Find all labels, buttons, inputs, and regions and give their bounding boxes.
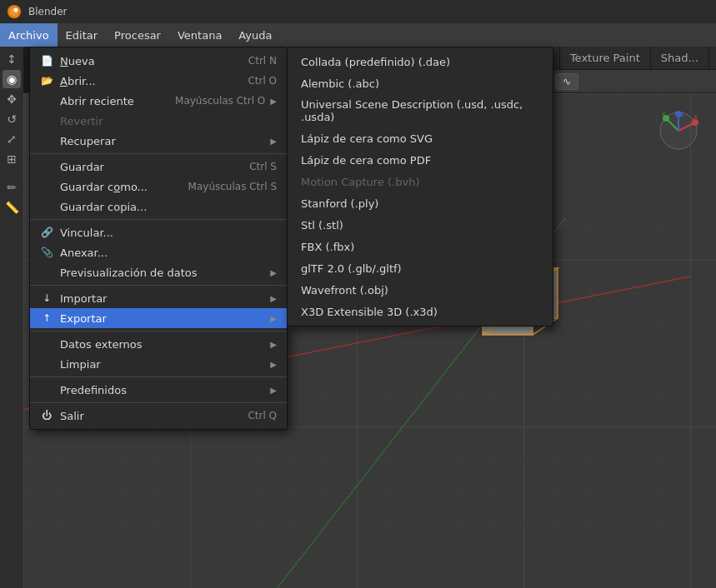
menu-item-editar[interactable]: Editar (58, 23, 107, 47)
menu-predefinidos[interactable]: Predefinidos ▶ (30, 380, 287, 400)
svg-text:X: X (693, 114, 698, 121)
vincular-icon: 🔗 (40, 227, 53, 238)
menu-divider (281, 23, 716, 47)
sidebar-icon-scale[interactable]: ⤢ (3, 130, 21, 148)
arrow-icon: ▶ (270, 340, 277, 349)
arrow-icon: ▶ (270, 294, 277, 303)
arrow-icon: ▶ (270, 314, 277, 323)
left-sidebar: ↕ ◉ ✥ ↺ ⤢ ⊞ ✏ 📏 (0, 47, 23, 588)
arrow-icon: ▶ (270, 360, 277, 369)
export-pdf[interactable]: Lápiz de cera como PDF (288, 149, 553, 171)
salir-icon: ⏻ (40, 410, 53, 421)
menu-exportar[interactable]: ↑ Exportar ▶ (30, 308, 287, 328)
export-svg[interactable]: Lápiz de cera como SVG (288, 127, 553, 149)
archivo-dropdown-menu: 📄 Nueva Ctrl N 📂 Abrir... Ctrl O Abrir r… (29, 47, 288, 430)
tab-texture-paint[interactable]: Texture Paint (560, 47, 651, 69)
menu-guardar-como[interactable]: Guardar como... Mayúsculas Ctrl S (30, 177, 287, 197)
menu-item-archivo[interactable]: Archivo (0, 23, 58, 47)
axis-gizmo[interactable]: X Y Z (658, 110, 699, 152)
menu-nueva[interactable]: 📄 Nueva Ctrl N (30, 51, 287, 71)
separator-2 (30, 219, 287, 220)
arrow-icon: ▶ (270, 268, 277, 277)
export-alembic[interactable]: Alembic (.abc) (288, 72, 553, 94)
menu-item-ayuda[interactable]: Ayuda (230, 23, 280, 47)
svg-text:Y: Y (661, 112, 666, 118)
sidebar-icon-select[interactable]: ↕ (3, 50, 21, 68)
blender-logo-icon (7, 4, 22, 19)
titlebar: Blender (0, 0, 716, 23)
export-stl[interactable]: Stl (.stl) (288, 214, 553, 236)
sidebar-icon-move[interactable]: ✥ (3, 90, 21, 108)
separator-5 (30, 376, 287, 377)
menu-guardar[interactable]: Guardar Ctrl S (30, 157, 287, 177)
importar-icon: ↓ (40, 292, 53, 304)
nueva-icon: 📄 (40, 55, 53, 67)
menu-revertir[interactable]: Revertir (30, 111, 287, 131)
app-title: Blender (28, 6, 68, 17)
export-fbx[interactable]: FBX (.fbx) (288, 236, 553, 257)
overlay-button[interactable]: ∿ (555, 73, 578, 90)
arrow-icon: ▶ (270, 386, 277, 395)
svg-point-2 (14, 8, 18, 12)
export-ply[interactable]: Stanford (.ply) (288, 192, 553, 214)
export-gltf[interactable]: glTF 2.0 (.glb/.gltf) (288, 257, 553, 279)
arrow-icon: ▶ (270, 97, 277, 106)
export-obj[interactable]: Wavefront (.obj) (288, 279, 553, 301)
abrir-icon: 📂 (40, 75, 53, 87)
export-x3d[interactable]: X3D Extensible 3D (.x3d) (288, 301, 553, 322)
separator-1 (30, 153, 287, 154)
tab-shading[interactable]: Shad... (651, 47, 709, 69)
sidebar-icon-transform[interactable]: ⊞ (3, 150, 21, 168)
separator-6 (30, 402, 287, 403)
menu-guardar-copia[interactable]: Guardar copia... (30, 197, 287, 217)
svg-text:Z: Z (680, 112, 684, 118)
menu-abrir[interactable]: 📂 Abrir... Ctrl O (30, 71, 287, 91)
menu-limpiar[interactable]: Limpiar ▶ (30, 354, 287, 374)
separator-3 (30, 285, 287, 286)
menu-recuperar[interactable]: Recuperar ▶ (30, 131, 287, 151)
arrow-icon: ▶ (270, 137, 277, 146)
export-collada[interactable]: Collada (predefinido) (.dae) (288, 51, 553, 72)
sidebar-icon-cursor[interactable]: ◉ (3, 70, 21, 88)
anexar-icon: 📎 (40, 247, 53, 258)
sidebar-icon-annotate[interactable]: ✏ (3, 178, 21, 197)
export-bvh[interactable]: Motion Capture (.bvh) (288, 171, 553, 192)
menu-item-ventana[interactable]: Ventana (169, 23, 230, 47)
menu-vincular[interactable]: 🔗 Vincular... (30, 222, 287, 242)
menu-item-procesar[interactable]: Procesar (106, 23, 169, 47)
sidebar-icon-measure[interactable]: 📏 (3, 198, 21, 217)
menu-importar[interactable]: ↓ Importar ▶ (30, 288, 287, 308)
exportar-icon: ↑ (40, 312, 53, 324)
menu-anexar[interactable]: 📎 Anexar... (30, 242, 287, 262)
menu-salir[interactable]: ⏻ Salir Ctrl Q (30, 406, 287, 426)
menu-bar: Archivo Editar Procesar Ventana Ayuda (0, 23, 716, 47)
menu-datos-externos[interactable]: Datos externos ▶ (30, 334, 287, 354)
menu-previsualizacion[interactable]: Previsualización de datos ▶ (30, 262, 287, 282)
separator-4 (30, 331, 287, 331)
export-usd[interactable]: Universal Scene Description (.usd, .usdc… (288, 94, 553, 127)
export-submenu: Collada (predefinido) (.dae) Alembic (.a… (287, 47, 553, 326)
menu-abrir-reciente[interactable]: Abrir reciente Mayúsculas Ctrl O ▶ (30, 91, 287, 111)
sidebar-icon-rotate[interactable]: ↺ (3, 110, 21, 128)
